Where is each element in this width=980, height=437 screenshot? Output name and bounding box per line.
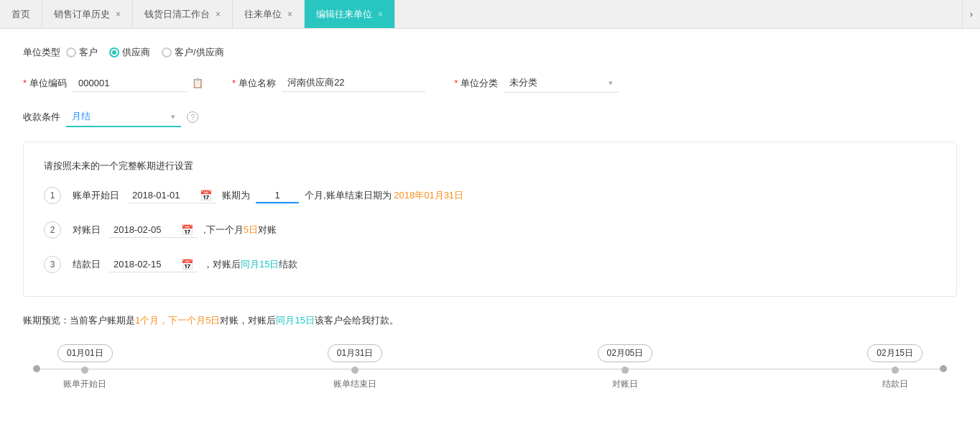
unit-name-input[interactable] (282, 75, 425, 92)
timeline-end-dot (940, 365, 947, 372)
timeline-dot-2 (351, 367, 359, 374)
preview-text: 账期预览：当前客户账期是1个月，下一个月5日对账，对账后同月15日该客户会给我打… (23, 314, 957, 327)
start-date-input[interactable] (132, 190, 197, 201)
tab-partner-label: 往来单位 (244, 8, 282, 21)
cat-required-star: * (454, 78, 458, 88)
unit-code-label: 单位编码 (29, 77, 67, 90)
unit-name-label: 单位名称 (239, 77, 276, 90)
reconcile-date-wrapper: 📅 (109, 223, 198, 238)
tab-partner-units[interactable]: 往来单位 × (233, 0, 305, 28)
preview-part2: 下一个月5日 (168, 315, 220, 326)
chevron-right-icon: › (970, 9, 973, 19)
tab-more-button[interactable]: › (962, 0, 980, 28)
timeline-item-2: 01月31日 账单结束日 (328, 344, 383, 390)
tab-sales-label: 销售订单历史 (54, 8, 110, 21)
settings-panel: 请按照未来的一个完整帐期进行设置 1 账单开始日 📅 账期为 个月,账单结束日期… (23, 142, 957, 297)
timeline-container: 01月01日 账单开始日 01月31日 账单结束日 02月05日 (23, 344, 957, 390)
tab-partner-close[interactable]: × (287, 9, 292, 19)
tab-home-label: 首页 (11, 8, 30, 21)
unit-name-input-wrapper (282, 75, 425, 92)
radio-customer-supplier[interactable]: 客户/供应商 (162, 46, 224, 59)
reconcile-suffix: ,下一个月5日对账 (203, 224, 277, 236)
reconcile-highlight: 5日 (244, 224, 258, 235)
unit-category-value: 未分类 (509, 76, 603, 89)
step-1-num: 1 (44, 187, 61, 204)
unit-category-group: * 单位分类 未分类 ▾ (454, 73, 619, 93)
payment-highlight: 同月15日 (241, 259, 279, 270)
tab-edit-partner[interactable]: 编辑往来单位 × (305, 0, 395, 28)
code-required-star: * (23, 78, 27, 88)
unit-type-row: 单位类型 客户 供应商 客户/供应商 (23, 46, 957, 59)
reconcile-label: 对账日 (73, 224, 101, 236)
tab-sales-close[interactable]: × (116, 9, 121, 19)
start-date-input-wrapper: 📅 (128, 188, 216, 203)
panel-title: 请按照未来的一个完整帐期进行设置 (44, 160, 936, 172)
calendar-icon-1[interactable]: 📅 (200, 190, 212, 201)
main-content: 单位类型 客户 供应商 客户/供应商 * 单位编码 📋 (0, 29, 980, 437)
payment-date-input[interactable] (114, 259, 178, 270)
unit-category-label: 单位分类 (461, 77, 498, 90)
period-post-label: 个月,账单结束日期为 2018年01月31日 (305, 189, 463, 202)
timeline-dot-4 (892, 367, 899, 374)
timeline-start-dot (33, 365, 40, 372)
radio-supplier-circle (109, 47, 119, 58)
tab-sales-order-history[interactable]: 销售订单历史 × (42, 0, 133, 28)
unit-type-radio-group: 客户 供应商 客户/供应商 (66, 46, 224, 59)
payment-date-wrapper: 📅 (109, 257, 198, 272)
timeline-item-1: 01月01日 账单开始日 (57, 344, 113, 390)
timeline-label-1: 账单开始日 (63, 378, 106, 390)
step-3-num: 3 (44, 256, 61, 273)
reconcile-date-input[interactable] (114, 224, 178, 235)
start-date-label: 账单开始日 (73, 189, 119, 202)
payment-condition-label: 收款条件 (23, 111, 60, 124)
payment-condition-select[interactable]: 月结 ▾ (66, 107, 181, 127)
period-pre-label: 账期为 (222, 189, 250, 202)
unit-code-input[interactable] (73, 75, 188, 92)
radio-supplier-label: 供应商 (122, 46, 150, 59)
help-icon[interactable]: ? (187, 111, 198, 123)
tab-cash-close[interactable]: × (216, 9, 221, 19)
preview-part1: 1个月， (135, 315, 168, 326)
setting-row-1: 1 账单开始日 📅 账期为 个月,账单结束日期为 2018年01月31日 (44, 187, 936, 204)
result-date-highlight: 2018年01月31日 (394, 190, 463, 201)
tab-home[interactable]: 首页 (0, 0, 42, 28)
payment-condition-row: 收款条件 月结 ▾ ? (23, 107, 957, 127)
copy-icon[interactable]: 📋 (192, 78, 203, 88)
unit-name-group: * 单位名称 (232, 75, 425, 92)
radio-customer-supplier-circle (162, 47, 172, 58)
timeline-badge-2: 01月31日 (328, 344, 383, 362)
tab-cash-work[interactable]: 钱货日清工作台 × (133, 0, 233, 28)
timeline-dot-1 (81, 367, 88, 374)
payment-chevron-down-icon: ▾ (171, 112, 175, 121)
timeline-badge-1: 01月01日 (57, 344, 113, 362)
timeline-label-3: 对账日 (612, 378, 638, 390)
timeline-label-2: 账单结束日 (333, 378, 376, 390)
radio-customer-supplier-label: 客户/供应商 (175, 46, 224, 59)
chevron-down-icon: ▾ (609, 78, 613, 88)
unit-type-label: 单位类型 (23, 46, 60, 59)
radio-customer-circle (66, 47, 76, 58)
unit-info-row: * 单位编码 📋 * 单位名称 * 单位分类 未分类 ▾ (23, 73, 957, 93)
period-value-input[interactable] (256, 188, 299, 203)
timeline-items: 01月01日 账单开始日 01月31日 账单结束日 02月05日 (29, 344, 951, 390)
setting-row-2: 2 对账日 📅 ,下一个月5日对账 (44, 221, 936, 239)
unit-code-input-wrapper: 📋 (73, 75, 203, 92)
unit-category-select[interactable]: 未分类 ▾ (504, 73, 619, 93)
radio-customer[interactable]: 客户 (66, 46, 98, 59)
tabs-bar: 首页 销售订单历史 × 钱货日清工作台 × 往来单位 × 编辑往来单位 × › (0, 0, 980, 29)
radio-customer-label: 客户 (79, 46, 98, 59)
setting-row-3: 3 结款日 📅 ，对账后同月15日结款 (44, 256, 936, 273)
radio-supplier[interactable]: 供应商 (109, 46, 150, 59)
timeline-item-3: 02月05日 对账日 (598, 344, 653, 390)
preview-section: 账期预览：当前客户账期是1个月，下一个月5日对账，对账后同月15日该客户会给我打… (23, 314, 957, 390)
payment-suffix: ，对账后同月15日结款 (203, 258, 297, 271)
calendar-icon-2[interactable]: 📅 (181, 224, 193, 236)
timeline-item-4: 02月15日 结款日 (867, 344, 923, 390)
preview-part3: 同月15日 (276, 315, 314, 326)
tab-edit-close[interactable]: × (378, 9, 383, 19)
name-required-star: * (232, 78, 236, 88)
tab-edit-label: 编辑往来单位 (316, 8, 372, 21)
payment-date-label: 结款日 (73, 258, 101, 271)
timeline-badge-4: 02月15日 (867, 344, 923, 362)
calendar-icon-3[interactable]: 📅 (181, 259, 193, 270)
